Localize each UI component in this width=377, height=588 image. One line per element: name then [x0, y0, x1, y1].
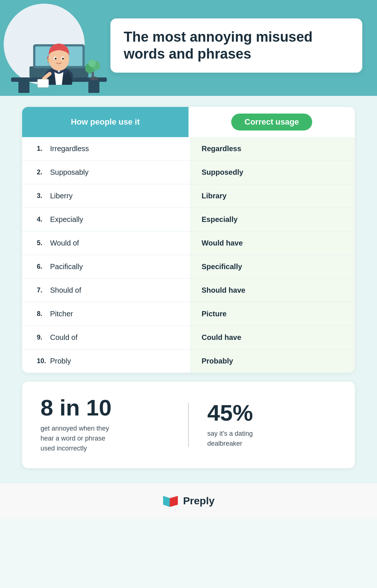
- title-box: The most annoying misused words and phra…: [110, 18, 362, 73]
- correct-word-7: Picture: [202, 310, 227, 318]
- wrong-word-6: Should of: [50, 286, 81, 295]
- cell-wrong-4: 5. Would of: [22, 232, 191, 255]
- correct-usage-badge: Correct usage: [231, 114, 312, 131]
- cell-right-2: Library: [191, 184, 355, 208]
- svg-point-17: [88, 60, 96, 67]
- svg-point-13: [47, 59, 50, 61]
- row-number-7: 8.: [37, 310, 50, 318]
- stat-1-number: 8 in 10: [40, 396, 170, 419]
- preply-icon: [162, 494, 179, 508]
- column-wrong-header: How people use it: [22, 107, 188, 137]
- correct-word-8: Could have: [202, 333, 242, 342]
- correct-word-9: Probably: [202, 357, 233, 365]
- table-row: 3. Liberry Library: [22, 184, 355, 208]
- correct-word-2: Library: [202, 192, 227, 200]
- cell-wrong-5: 6. Pacifically: [22, 255, 191, 278]
- cell-wrong-6: 7. Should of: [22, 279, 191, 302]
- row-number-8: 9.: [37, 334, 50, 341]
- table-row: 6. Pacifically Specifically: [22, 255, 355, 279]
- correct-word-1: Supposedly: [202, 168, 243, 177]
- page-title: The most annoying misused words and phra…: [124, 29, 349, 62]
- cell-wrong-7: 8. Pitcher: [22, 302, 191, 326]
- cell-right-0: Regardless: [191, 137, 355, 160]
- correct-word-5: Specifically: [202, 262, 242, 271]
- word-list: 1. Irregardless Regardless 2. Supposably…: [22, 137, 355, 373]
- cell-wrong-8: 9. Could of: [22, 326, 191, 349]
- stat-block-2: 45% say it's a dating dealbreaker: [189, 387, 355, 463]
- correct-word-3: Especially: [202, 215, 238, 224]
- wrong-word-7: Pitcher: [50, 310, 73, 318]
- wrong-word-8: Could of: [50, 333, 78, 342]
- column-right-header: Correct usage: [188, 107, 355, 137]
- cell-wrong-3: 4. Expecially: [22, 208, 191, 231]
- svg-point-19: [89, 77, 98, 80]
- table-row: 8. Pitcher Picture: [22, 302, 355, 326]
- preply-logo: Preply: [162, 494, 215, 508]
- table-row: 9. Could of Could have: [22, 326, 355, 349]
- table-header: How people use it Correct usage: [22, 107, 355, 137]
- cell-right-8: Could have: [191, 326, 355, 349]
- row-number-1: 2.: [37, 168, 50, 176]
- table-row: 2. Supposably Supposedly: [22, 161, 355, 184]
- wrong-word-5: Pacifically: [50, 262, 83, 271]
- row-number-5: 6.: [37, 263, 50, 271]
- cell-right-3: Especially: [191, 208, 355, 231]
- cell-right-4: Would have: [191, 232, 355, 255]
- stat-2-desc: say it's a dating dealbreaker: [207, 429, 288, 449]
- svg-rect-1: [18, 82, 29, 93]
- wrong-word-9: Probly: [50, 357, 71, 365]
- cell-right-7: Picture: [191, 302, 355, 326]
- row-number-2: 3.: [37, 192, 50, 200]
- row-number-3: 4.: [37, 216, 50, 223]
- cell-right-1: Supposedly: [191, 161, 355, 184]
- wrong-word-1: Supposably: [50, 168, 89, 177]
- row-number-0: 1.: [37, 145, 50, 153]
- stat-block-1: 8 in 10 get annoyed when they hear a wor…: [22, 382, 188, 468]
- cell-right-6: Should have: [191, 279, 355, 302]
- stat-1-desc: get annoyed when they hear a word or phr…: [40, 424, 121, 453]
- cell-wrong-2: 3. Liberry: [22, 184, 191, 208]
- wrong-word-0: Irregardless: [50, 145, 89, 153]
- svg-rect-2: [88, 82, 99, 93]
- correct-word-4: Would have: [202, 239, 243, 247]
- footer: Preply: [0, 483, 377, 519]
- cell-wrong-1: 2. Supposably: [22, 161, 191, 184]
- table-card: How people use it Correct usage 1. Irreg…: [22, 107, 355, 373]
- wrong-word-3: Expecially: [50, 215, 83, 224]
- svg-marker-20: [163, 496, 170, 507]
- svg-rect-14: [38, 79, 49, 87]
- correct-word-0: Regardless: [202, 145, 242, 153]
- correct-word-6: Should have: [202, 286, 246, 295]
- main-content: How people use it Correct usage 1. Irreg…: [0, 96, 377, 483]
- wrong-word-2: Liberry: [50, 192, 73, 200]
- row-number-6: 7.: [37, 286, 50, 294]
- svg-point-12: [62, 58, 64, 60]
- header-illustration: [7, 11, 110, 96]
- cell-wrong-9: 10. Probly: [22, 349, 191, 373]
- stat-2-number: 45%: [207, 401, 337, 424]
- wrong-word-4: Would of: [50, 239, 79, 247]
- row-number-4: 5.: [37, 239, 50, 247]
- header-section: The most annoying misused words and phra…: [0, 0, 377, 96]
- cell-right-9: Probably: [191, 349, 355, 373]
- cell-wrong-0: 1. Irregardless: [22, 137, 191, 160]
- table-row: 7. Should of Should have: [22, 279, 355, 302]
- row-number-9: 10.: [37, 357, 50, 365]
- stats-card: 8 in 10 get annoyed when they hear a wor…: [22, 382, 355, 468]
- table-row: 1. Irregardless Regardless: [22, 137, 355, 161]
- svg-point-11: [55, 58, 57, 60]
- table-row: 4. Expecially Especially: [22, 208, 355, 232]
- brand-name: Preply: [183, 495, 215, 507]
- cell-right-5: Specifically: [191, 255, 355, 278]
- table-row: 5. Would of Would have: [22, 232, 355, 255]
- table-row: 10. Probly Probably: [22, 349, 355, 373]
